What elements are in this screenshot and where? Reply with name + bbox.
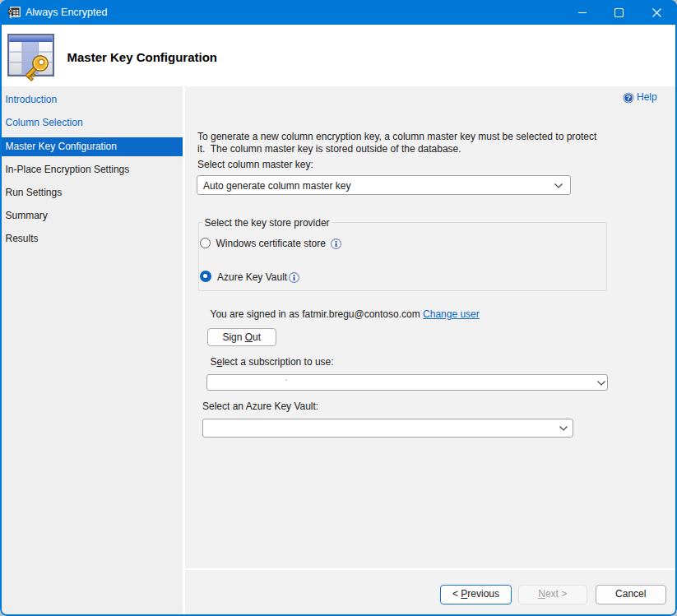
svg-text:?: ? [626,93,631,102]
